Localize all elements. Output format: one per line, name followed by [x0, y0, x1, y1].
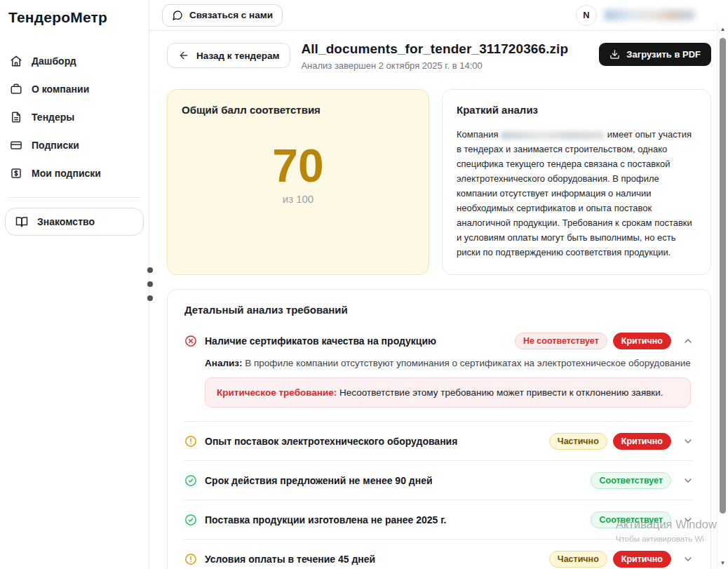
analysis-line: Анализ: В профиле компании отсутствуют у…	[205, 358, 691, 368]
status-badge: Соответствует	[591, 472, 671, 489]
scroll-up-arrow-icon[interactable]: ▲	[717, 24, 728, 34]
sidebar-item-dashboard[interactable]: Дашборд	[0, 48, 149, 74]
main-area: Связаться с нами N Назад к тендерам All_…	[149, 0, 728, 569]
requirement-header[interactable]: Срок действия предложений не менее 90 дн…	[184, 472, 694, 489]
chevron-down-icon[interactable]	[682, 475, 694, 486]
vertical-scrollbar[interactable]: ▲ ▼	[717, 21, 728, 569]
page-header: Назад к тендерам All_documents_for_tende…	[167, 41, 711, 71]
sidebar-item-label: Тендеры	[32, 112, 74, 123]
requirement-title: Опыт поставок электротехнического оборуд…	[205, 436, 457, 447]
user-name-redacted	[605, 10, 694, 20]
detailed-analysis-card: Детальный анализ требований Наличие серт…	[167, 289, 711, 569]
circle-check-icon	[184, 474, 197, 487]
critical-badge: Критично	[613, 333, 671, 349]
download-icon	[609, 49, 620, 60]
analysis-timestamp: Анализ завершен 2 октября 2025 г. в 14:0…	[301, 60, 568, 71]
sidebar-item-subscriptions[interactable]: Подписки	[0, 133, 149, 158]
sidebar-divider	[8, 197, 140, 198]
scroll-down-arrow-icon[interactable]: ▼	[717, 558, 728, 568]
title-block: All_documents_for_tender_311720366.zip А…	[301, 41, 568, 71]
critical-badge: Критично	[613, 433, 671, 450]
requirement-header[interactable]: Опыт поставок электротехнического оборуд…	[184, 433, 694, 450]
page-title: All_documents_for_tender_311720366.zip	[301, 41, 568, 57]
requirement-row-production-year: Поставка продукции изготовлена не ранее …	[184, 500, 694, 539]
critical-badge: Критично	[613, 551, 671, 568]
score-out-of: из 100	[283, 193, 314, 205]
circle-x-icon	[184, 335, 197, 347]
requirement-badges: Частично Критично	[549, 433, 694, 450]
status-badge: Частично	[549, 551, 607, 568]
score-value: 70	[272, 142, 323, 189]
back-to-tenders-button[interactable]: Назад к тендерам	[167, 43, 290, 68]
download-pdf-label: Загрузить в PDF	[626, 49, 701, 60]
requirement-details: Анализ: В профиле компании отсутствуют у…	[184, 349, 694, 410]
sidebar-nav: Дашборд О компании Тендеры Подписки Мои …	[0, 48, 149, 186]
requirements-list: Наличие сертификатов качества на продукц…	[184, 321, 694, 569]
requirement-row-offer-validity: Срок действия предложений не менее 90 дн…	[184, 460, 694, 500]
home-icon	[10, 55, 22, 67]
detailed-analysis-title: Детальный анализ требований	[184, 304, 694, 316]
requirement-row-certificates: Наличие сертификатов качества на продукц…	[184, 321, 694, 421]
brief-analysis-title: Краткий анализ	[457, 104, 696, 116]
requirement-header[interactable]: Условия оплаты в течение 45 дней Частичн…	[184, 551, 694, 568]
score-card-title: Общий балл соответствия	[182, 104, 414, 116]
sidebar-item-intro[interactable]: Знакомство	[5, 208, 144, 236]
contact-us-label: Связаться с нами	[189, 10, 273, 20]
contact-us-button[interactable]: Связаться с нами	[162, 4, 283, 27]
status-badge: Не соответствует	[515, 333, 607, 349]
sidebar-item-label: Дашборд	[32, 55, 76, 67]
credit-card-icon	[10, 139, 22, 152]
avatar[interactable]: N	[576, 5, 597, 26]
status-badge: Частично	[549, 433, 607, 450]
back-label: Назад к тендерам	[196, 51, 279, 61]
company-name-redacted	[501, 131, 605, 140]
app-logo: ТендероМетр	[0, 0, 149, 33]
chat-bubble-icon	[172, 10, 183, 21]
sidebar-item-tenders[interactable]: Тендеры	[0, 105, 149, 130]
requirement-title: Поставка продукции изготовлена не ранее …	[205, 514, 447, 526]
content-area: Назад к тендерам All_documents_for_tende…	[149, 31, 728, 569]
sidebar-item-label: Знакомство	[37, 216, 95, 227]
sidebar-resize-handle[interactable]	[146, 267, 154, 301]
sidebar-item-label: О компании	[32, 83, 89, 95]
circle-alert-icon	[184, 435, 197, 448]
chevron-up-icon[interactable]	[682, 335, 694, 347]
user-menu[interactable]: N	[576, 5, 694, 26]
requirement-badges: Частично Критично	[549, 551, 694, 568]
scrollbar-thumb[interactable]	[720, 38, 726, 514]
chevron-down-icon[interactable]	[682, 514, 694, 526]
summary-cards-row: Общий балл соответствия 70 из 100 Кратки…	[167, 89, 711, 275]
document-icon	[10, 111, 22, 123]
analysis-label: Анализ:	[205, 358, 243, 368]
sidebar-item-label: Подписки	[32, 140, 79, 151]
critical-alert-text: Несоответствие этому требованию может пр…	[339, 387, 663, 398]
requirement-header[interactable]: Поставка продукции изготовлена не ранее …	[184, 511, 694, 528]
sidebar-item-company[interactable]: О компании	[0, 76, 149, 102]
dollar-icon	[10, 167, 22, 180]
chevron-down-icon[interactable]	[682, 554, 694, 565]
requirement-title: Условия оплаты в течение 45 дней	[205, 554, 375, 565]
handle-dot	[147, 281, 153, 287]
requirement-badges: Не соответствует Критично	[515, 333, 694, 349]
download-pdf-button[interactable]: Загрузить в PDF	[599, 43, 711, 66]
circle-check-icon	[184, 514, 197, 526]
handle-dot	[147, 267, 153, 273]
sidebar-item-my-subscriptions[interactable]: Мои подписки	[0, 161, 149, 186]
requirement-badges: Соответствует	[591, 472, 694, 489]
topbar: Связаться с нами N	[149, 0, 728, 31]
score-value-block: 70 из 100	[182, 116, 414, 260]
requirement-title: Наличие сертификатов качества на продукц…	[205, 335, 436, 347]
analysis-text: В профиле компании отсутствуют упоминани…	[245, 358, 690, 368]
briefcase-icon	[10, 83, 22, 95]
requirement-row-payment-terms: Условия оплаты в течение 45 дней Частичн…	[184, 539, 694, 569]
critical-requirement-alert: Критическое требование: Несоответствие э…	[205, 377, 691, 408]
chevron-down-icon[interactable]	[682, 436, 694, 447]
brief-analysis-card: Краткий анализ Компания имеет опыт участ…	[442, 89, 711, 275]
requirement-row-supply-experience: Опыт поставок электротехнического оборуд…	[184, 421, 694, 460]
requirement-header[interactable]: Наличие сертификатов качества на продукц…	[184, 333, 694, 349]
requirement-title: Срок действия предложений не менее 90 дн…	[205, 475, 433, 486]
status-badge: Соответствует	[591, 511, 671, 528]
book-open-icon	[15, 215, 28, 228]
handle-dot	[147, 295, 153, 301]
critical-alert-label: Критическое требование:	[217, 387, 337, 398]
